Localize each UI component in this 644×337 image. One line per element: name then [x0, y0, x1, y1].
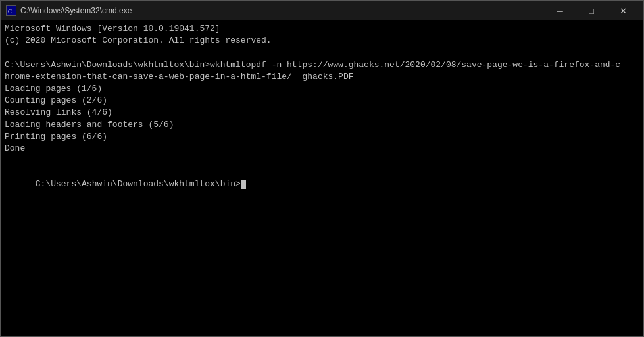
- console-line-5: hrome-extension-that-can-save-a-web-page…: [5, 71, 639, 83]
- console-line-11: Done: [5, 143, 639, 155]
- close-button[interactable]: ✕: [608, 1, 638, 20]
- console-line-2: (c) 2020 Microsoft Corporation. All righ…: [5, 35, 639, 47]
- cmd-icon: C: [6, 5, 16, 16]
- titlebar-controls: ─ □ ✕: [545, 1, 638, 20]
- cmd-window: C C:\Windows\System32\cmd.exe ─ □ ✕ Micr…: [0, 0, 644, 337]
- console-line-8: Resolving links (4/6): [5, 107, 639, 118]
- titlebar-title: C:\Windows\System32\cmd.exe: [20, 6, 132, 15]
- console-line-3: [5, 47, 639, 59]
- titlebar-left: C C:\Windows\System32\cmd.exe: [6, 5, 132, 16]
- console-line-9: Loading headers and footers (5/6): [5, 119, 639, 131]
- console-area: Microsoft Windows [Version 10.0.19041.57…: [1, 20, 643, 336]
- console-prompt-line[interactable]: C:\Users\Ashwin\Downloads\wkhtmltox\bin>: [5, 167, 639, 203]
- svg-text:C: C: [8, 8, 12, 14]
- console-line-blank: [5, 155, 639, 167]
- console-line-10: Printing pages (6/6): [5, 131, 639, 143]
- console-line-6: Loading pages (1/6): [5, 83, 639, 95]
- cursor-blink: [241, 180, 246, 189]
- console-line-7: Counting pages (2/6): [5, 95, 639, 107]
- console-prompt: C:\Users\Ashwin\Downloads\wkhtmltox\bin>: [36, 179, 241, 189]
- console-line-1: Microsoft Windows [Version 10.0.19041.57…: [5, 23, 639, 35]
- console-line-4: C:\Users\Ashwin\Downloads\wkhtmltox\bin>…: [5, 59, 639, 71]
- maximize-button[interactable]: □: [576, 1, 607, 20]
- minimize-button[interactable]: ─: [545, 1, 575, 20]
- titlebar: C C:\Windows\System32\cmd.exe ─ □ ✕: [1, 1, 643, 20]
